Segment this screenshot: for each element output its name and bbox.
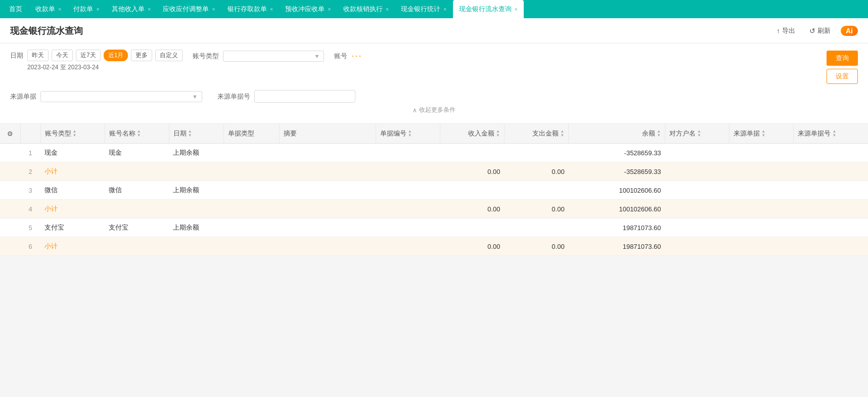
account-type-select[interactable]: ▼ (223, 51, 324, 62)
date-range-display: 2023-02-24 至 2023-03-24 (27, 64, 99, 71)
row-balance: 19871073.60 (569, 237, 665, 256)
chevron-up-icon: ∧ (413, 107, 417, 114)
close-icon[interactable]: × (212, 6, 215, 12)
row-doc-no (376, 181, 440, 200)
date-btn-more[interactable]: 更多 (131, 50, 152, 61)
table-row: 2 小计 0.00 0.00 -3528659.33 (0, 162, 868, 181)
nav-home[interactable]: 首页 (2, 0, 29, 18)
row-date: 上期余额 (169, 218, 223, 237)
row-balance: 100102606.60 (569, 181, 665, 200)
row-doc-type (224, 218, 280, 237)
nav-tab-8[interactable]: 现金银行流水查询 × (453, 0, 524, 18)
row-doc-type (224, 144, 280, 162)
row-income (440, 181, 504, 200)
nav-tab-3[interactable]: 应收应付调整单 × (157, 0, 221, 18)
close-icon[interactable]: × (148, 6, 151, 12)
close-icon[interactable]: × (328, 6, 331, 12)
close-icon[interactable]: × (515, 6, 518, 12)
row-expense (505, 181, 569, 200)
th-gear[interactable]: ⚙ (0, 124, 20, 144)
th-account-name[interactable]: 账号名称 ▲▼ (105, 124, 169, 144)
row-source-doc (729, 162, 794, 181)
row-source-doc-no (794, 162, 868, 181)
row-account-name: 支付宝 (105, 218, 169, 237)
row-expense: 0.00 (505, 237, 569, 256)
ai-button[interactable]: Ai (841, 26, 858, 36)
row-summary (279, 218, 376, 237)
row-account-type: 现金 (40, 144, 105, 162)
row-source-doc (729, 200, 794, 218)
nav-tab-5[interactable]: 预收冲应收单 × (279, 0, 337, 18)
account-label: 账号 (334, 52, 347, 61)
refresh-button[interactable]: ↺ 刷新 (805, 24, 835, 37)
th-income[interactable]: 收入金额 ▲▼ (440, 124, 504, 144)
th-account-type[interactable]: 账号类型 ▲▼ (40, 124, 105, 144)
row-account-name: 现金 (105, 144, 169, 162)
date-options: 昨天 今天 近7天 近1月 更多 自定义 (27, 50, 182, 61)
row-income: 0.00 (440, 200, 504, 218)
th-source-doc[interactable]: 来源单据 ▲▼ (729, 124, 794, 144)
nav-tab-2[interactable]: 其他收入单 × (106, 0, 157, 18)
sort-icon: ▲▼ (188, 129, 192, 138)
close-icon[interactable]: × (58, 6, 61, 12)
sort-icon: ▲▼ (496, 129, 500, 138)
row-doc-type (224, 237, 280, 256)
row-income (440, 218, 504, 237)
filter-area: 日期 昨天 今天 近7天 近1月 更多 自定义 2023-02-24 至 202… (0, 43, 868, 124)
th-counterpart[interactable]: 对方户名 ▲▼ (665, 124, 729, 144)
row-counterpart (665, 200, 729, 218)
export-button[interactable]: ↑ 导出 (772, 24, 799, 37)
data-table: ⚙ 账号类型 ▲▼ 账号名称 ▲▼ 日期 (0, 124, 868, 256)
row-doc-no (376, 162, 440, 181)
date-btn-7days[interactable]: 近7天 (76, 50, 101, 61)
row-counterpart (665, 218, 729, 237)
source-doc-select[interactable]: ▼ (40, 91, 202, 102)
query-button[interactable]: 查询 (827, 51, 858, 66)
collapse-bar[interactable]: ∧ 收起更多条件 (10, 103, 858, 117)
chevron-down-icon: ▼ (192, 94, 198, 100)
settings-button[interactable]: 设置 (827, 69, 858, 84)
nav-tab-1[interactable]: 付款单 × (67, 0, 105, 18)
row-summary (279, 200, 376, 218)
row-source-doc (729, 144, 794, 162)
row-source-doc (729, 237, 794, 256)
row-account-type: 小计 (40, 200, 105, 218)
close-icon[interactable]: × (270, 6, 273, 12)
sort-icon: ▲▼ (657, 129, 661, 138)
date-btn-today[interactable]: 今天 (52, 50, 73, 61)
th-doc-no[interactable]: 单据编号 ▲▼ (376, 124, 440, 144)
row-source-doc-no (794, 144, 868, 162)
table-header-row: ⚙ 账号类型 ▲▼ 账号名称 ▲▼ 日期 (0, 124, 868, 144)
th-source-doc-no[interactable]: 来源单据号 ▲▼ (794, 124, 868, 144)
header-actions: ↑ 导出 ↺ 刷新 Ai (772, 24, 858, 37)
source-doc-no-input[interactable] (254, 90, 355, 103)
row-counterpart (665, 237, 729, 256)
close-icon[interactable]: × (96, 6, 99, 12)
row-index: 5 (20, 218, 40, 237)
row-account-type: 支付宝 (40, 218, 105, 237)
th-expense[interactable]: 支出金额 ▲▼ (505, 124, 569, 144)
date-label: 日期 (10, 51, 23, 60)
page-header: 现金银行流水查询 ↑ 导出 ↺ 刷新 Ai (0, 18, 868, 43)
th-summary: 摘要 (279, 124, 376, 144)
row-doc-type (224, 181, 280, 200)
date-btn-yesterday[interactable]: 昨天 (27, 50, 49, 61)
nav-tab-7[interactable]: 现金银行统计 × (395, 0, 452, 18)
row-account-type: 小计 (40, 162, 105, 181)
date-btn-1month[interactable]: 近1月 (104, 50, 128, 61)
chevron-down-icon: ▼ (314, 53, 319, 59)
nav-tab-4[interactable]: 银行存取款单 × (221, 0, 279, 18)
close-icon[interactable]: × (386, 6, 389, 12)
row-balance: 100102606.60 (569, 200, 665, 218)
row-source-doc (729, 218, 794, 237)
account-dots-button[interactable]: ··· (351, 51, 362, 61)
date-btn-custom[interactable]: 自定义 (155, 50, 182, 61)
th-balance[interactable]: 余额 ▲▼ (569, 124, 665, 144)
nav-tab-6[interactable]: 收款核销执行 × (337, 0, 395, 18)
nav-tab-0[interactable]: 收款单 × (29, 0, 67, 18)
table-row: 3 微信 微信 上期余额 100102606.60 (0, 181, 868, 200)
row-index: 2 (20, 162, 40, 181)
th-date[interactable]: 日期 ▲▼ (169, 124, 223, 144)
close-icon[interactable]: × (443, 6, 446, 12)
row-counterpart (665, 181, 729, 200)
